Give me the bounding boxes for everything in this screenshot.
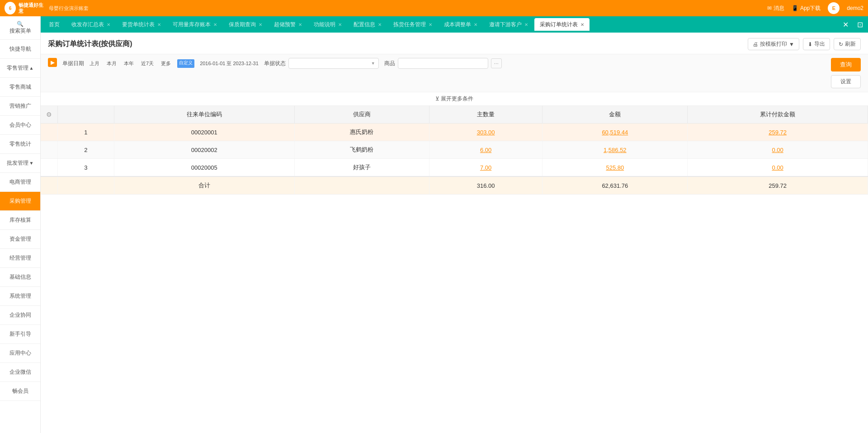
tab-picking-task[interactable]: 拣货任务管理 ✕ <box>388 18 438 31</box>
sidebar-item-system[interactable]: 系统管理 <box>0 287 40 306</box>
tab-receive-summary[interactable]: 收发存汇总表 ✕ <box>66 18 116 31</box>
close-icon[interactable]: ✕ <box>378 22 382 27</box>
tab-overstock-warning-label: 超储预警 <box>274 21 296 29</box>
sidebar-item-purchase[interactable]: 采购管理 <box>0 192 40 211</box>
sidebar-item-search[interactable]: 🔍 搜索英单 <box>0 16 40 40</box>
maximize-icon[interactable]: ⊡ <box>854 19 865 30</box>
refresh-button[interactable]: ↻ 刷新 <box>834 38 861 50</box>
expand-button[interactable]: ⊻ 展开更多条件 <box>435 95 473 102</box>
close-icon[interactable]: ✕ <box>524 22 528 27</box>
sidebar-item-wholesale[interactable]: 批发管理 ▼ <box>0 154 40 173</box>
sidebar-search-label: 搜索英单 <box>2 27 38 35</box>
avatar: E <box>828 2 840 14</box>
table-container: ⚙ 往来单位编码 供应商 主数量 金额 累计付款金额 1 000200 <box>41 106 868 433</box>
tab-warranty-query[interactable]: 保质期查询 ✕ <box>223 18 268 31</box>
sidebar-item-marketing[interactable]: 营销推广 <box>0 97 40 116</box>
sidebar-item-inventory[interactable]: 库存核算 <box>0 211 40 230</box>
logo-icon: 6 <box>5 2 16 14</box>
sidebar-member-label: 会员中心 <box>2 121 38 129</box>
sidebar-item-ecommerce[interactable]: 电商管理 <box>0 173 40 192</box>
shortcut-more[interactable]: 更多 <box>158 59 174 68</box>
print-button[interactable]: 🖨 按模板打印 ▼ <box>748 38 799 50</box>
tab-warranty-query-label: 保质期查询 <box>229 21 256 29</box>
sidebar-item-retail[interactable]: 零售管理 ▲ <box>0 59 40 78</box>
goods-more-button[interactable]: ··· <box>491 58 502 68</box>
tab-cost-adjust[interactable]: 成本调整单 ✕ <box>439 18 483 31</box>
close-icon[interactable]: ✕ <box>107 22 110 27</box>
sidebar-item-retail-stat[interactable]: 零售统计 <box>0 135 40 154</box>
close-icon[interactable]: ✕ <box>213 22 217 27</box>
header-actions: 🖨 按模板打印 ▼ ⬇ 导出 ↻ 刷新 <box>748 38 861 50</box>
main-layout: 🔍 搜索英单 快捷导航 零售管理 ▲ 零售商城 营销推广 会员中心 零售统计 批… <box>0 16 868 433</box>
footer-paid-amount: 259.72 <box>688 176 868 195</box>
content-area: 首页 收发存汇总表 ✕ 要货单统计表 ✕ 可用量库存账本 ✕ 保质期查询 ✕ 超… <box>41 16 868 433</box>
goods-input[interactable] <box>398 58 488 69</box>
app-download-label: App下载 <box>800 5 821 12</box>
chevron-down-icon: ▼ <box>789 41 794 48</box>
sidebar-vip-label: 畅会员 <box>2 387 38 395</box>
gear-icon[interactable]: ⚙ <box>46 111 52 118</box>
sidebar-item-quicknav[interactable]: 快捷导航 <box>0 40 40 59</box>
sidebar-purchase-label: 采购管理 <box>2 197 38 205</box>
close-icon[interactable]: ✕ <box>474 22 477 27</box>
sidebar-item-vip[interactable]: 畅会员 <box>0 382 40 401</box>
col-row-num <box>58 106 114 124</box>
table-row[interactable]: 1 00020001 惠氏奶粉 303.00 60,519.44 259.72 <box>41 124 868 141</box>
sidebar-item-basic-info[interactable]: 基础信息 <box>0 268 40 287</box>
row-num: 3 <box>58 159 114 177</box>
tab-invite-downstream[interactable]: 邀请下游客户 ✕ <box>484 18 533 31</box>
shortcut-last-month[interactable]: 上月 <box>87 59 102 68</box>
tab-config-info-label: 配置信息 <box>354 21 375 29</box>
query-actions: 查询 设置 <box>831 58 861 88</box>
sidebar-operations-label: 经营管理 <box>2 254 38 262</box>
close-icon[interactable]: ✕ <box>338 22 342 27</box>
tab-order-summary[interactable]: 要货单统计表 ✕ <box>117 18 166 31</box>
tab-function-desc[interactable]: 功能说明 ✕ <box>308 18 347 31</box>
refresh-label: 刷新 <box>845 40 856 48</box>
close-icon[interactable]: ✕ <box>429 22 432 27</box>
shortcut-7-days[interactable]: 近7天 <box>138 59 156 68</box>
close-icon[interactable]: ✕ <box>298 22 302 27</box>
close-window-icon[interactable]: ✕ <box>840 19 851 30</box>
sidebar-item-enterprise-wechat[interactable]: 企业微信 <box>0 363 40 382</box>
sidebar-item-retail-shop[interactable]: 零售商城 <box>0 78 40 97</box>
shortcut-this-year[interactable]: 本年 <box>121 59 137 68</box>
row-supplier-name: 飞鹤奶粉 <box>294 141 429 159</box>
tab-overstock-warning[interactable]: 超储预警 ✕ <box>269 18 307 31</box>
tab-available-inventory[interactable]: 可用量库存账本 ✕ <box>167 18 222 31</box>
sidebar-system-label: 系统管理 <box>2 292 38 300</box>
close-icon[interactable]: ✕ <box>259 22 262 27</box>
sidebar-item-finance[interactable]: 资金管理 <box>0 230 40 249</box>
phone-icon: 📱 <box>792 5 798 11</box>
close-icon[interactable]: ✕ <box>580 22 584 27</box>
sidebar-item-operations[interactable]: 经营管理 <box>0 249 40 268</box>
app-download-action[interactable]: 📱 App下载 <box>792 5 821 12</box>
close-icon[interactable]: ✕ <box>157 22 161 27</box>
tab-home[interactable]: 首页 <box>43 18 65 31</box>
col-settings: ⚙ <box>41 106 58 124</box>
tab-purchase-summary[interactable]: 采购订单统计表 ✕ <box>534 18 590 31</box>
sidebar-enterprise-wechat-label: 企业微信 <box>2 368 38 376</box>
sidebar-basic-info-label: 基础信息 <box>2 273 38 281</box>
sidebar-item-app-center[interactable]: 应用中心 <box>0 344 40 363</box>
footer-supplier <box>294 176 429 195</box>
query-button[interactable]: 查询 <box>831 58 861 71</box>
tab-config-info[interactable]: 配置信息 ✕ <box>348 18 387 31</box>
table-row[interactable]: 3 00020005 好孩子 7.00 525.80 0.00 <box>41 159 868 177</box>
sidebar-item-enterprise[interactable]: 企业协同 <box>0 306 40 325</box>
tab-order-summary-label: 要货单统计表 <box>122 21 155 29</box>
message-action[interactable]: ✉ 消息 <box>767 5 784 12</box>
sidebar-item-member[interactable]: 会员中心 <box>0 116 40 135</box>
table-row[interactable]: 2 00020002 飞鹤奶粉 6.00 1,586.52 0.00 <box>41 141 868 159</box>
row-supplier-code: 00020001 <box>114 124 294 141</box>
message-label: 消息 <box>774 5 784 12</box>
status-select[interactable] <box>288 58 379 69</box>
filter-toggle-button[interactable]: ▶ <box>48 58 57 67</box>
row-paid-amount: 0.00 <box>688 141 868 159</box>
settings-button[interactable]: 设置 <box>831 75 861 88</box>
custom-tag: 自定义 <box>177 59 194 68</box>
sidebar-item-newbie[interactable]: 新手引导 <box>0 325 40 344</box>
shortcut-this-month[interactable]: 本月 <box>104 59 119 68</box>
footer-amount: 62,631.76 <box>542 176 688 195</box>
export-button[interactable]: ⬇ 导出 <box>803 38 830 50</box>
